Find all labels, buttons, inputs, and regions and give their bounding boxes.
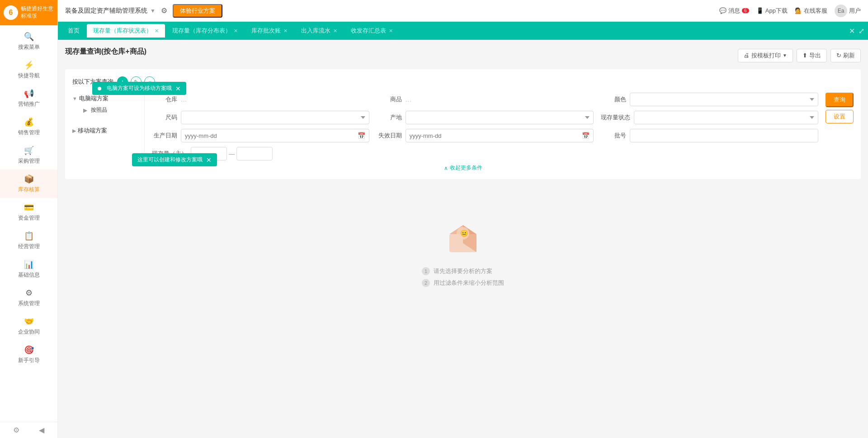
scheme-mobile[interactable]: ▶ 移动端方案 xyxy=(72,125,139,137)
empty-steps: 1 请先选择要分析的方案 2 用过滤条件来缩小分析范围 xyxy=(422,267,504,287)
tab-collect-summary[interactable]: 收发存汇总表 ✕ xyxy=(344,24,399,38)
message-icon: 💬 xyxy=(719,7,726,14)
tooltip-create-scheme: 这里可以创建和修改方案哦 ✕ xyxy=(132,153,217,166)
export-btn[interactable]: ⬆ 导出 xyxy=(797,49,827,62)
quick-icon: ⚡ xyxy=(24,60,34,70)
sidebar-item-system[interactable]: ⚙ 系统管理 xyxy=(0,283,57,312)
production-date-label: 生产日期 xyxy=(152,132,177,140)
tab-stock-status-close[interactable]: ✕ xyxy=(155,28,159,34)
size-select[interactable] xyxy=(181,111,369,124)
marketing-icon: 📢 xyxy=(24,89,34,99)
online-service-btn[interactable]: 💁 在线客服 xyxy=(795,7,827,15)
goods-label: 商品 xyxy=(377,95,402,104)
empty-step-1: 1 请先选择要分析的方案 xyxy=(422,267,504,275)
fullscreen-btn[interactable]: ⤢ xyxy=(859,27,864,35)
stock-status-field: 现存量状态 xyxy=(601,111,818,124)
sidebar-settings-btn[interactable]: ⚙ xyxy=(13,426,19,434)
qty-max-input[interactable] xyxy=(236,147,273,160)
refresh-btn[interactable]: ↻ 刷新 xyxy=(830,49,861,62)
reset-btn[interactable]: 设置 xyxy=(826,110,854,123)
sidebar-item-finance[interactable]: 💳 资金管理 xyxy=(0,198,57,226)
tab-stock-status[interactable]: 现存量（库存状况表） ✕ xyxy=(87,24,165,38)
topbar: 装备及固定资产辅助管理系统 ▼ ⚙ 体验行业方案 💬 消息 6 📱 App下载 … xyxy=(58,0,868,22)
scheme-tree: ▼ 电脑端方案 ▶ 按照品 ▶ 移动端方案 xyxy=(72,93,145,160)
close-all-tabs-btn[interactable]: ✕ xyxy=(849,27,855,35)
empty-step-2: 2 用过滤条件来缩小分析范围 xyxy=(422,279,504,287)
system-dropdown-arrow[interactable]: ▼ xyxy=(150,8,156,14)
warehouse-dots: ... xyxy=(181,95,187,104)
sidebar-menu: 🔍 搜索菜单 ⚡ 快捷导航 📢 营销推广 💰 销售管理 🛒 采购管理 📦 库存核… xyxy=(0,25,57,422)
guide-icon: 🎯 xyxy=(24,345,34,355)
tooltip1-close[interactable]: ✕ xyxy=(175,85,181,92)
stock-status-select[interactable] xyxy=(634,111,818,124)
color-field: 颜色 xyxy=(601,93,818,106)
topbar-settings-icon[interactable]: ⚙ xyxy=(161,6,167,15)
purchase-icon: 🛒 xyxy=(24,146,34,155)
tab-collect-summary-close[interactable]: ✕ xyxy=(389,28,393,34)
query-btn[interactable]: 查询 xyxy=(826,93,854,107)
sales-icon: 💰 xyxy=(24,117,34,127)
expiry-date-calendar-icon[interactable]: 📅 xyxy=(582,132,590,139)
cooperation-icon: 🤝 xyxy=(24,316,34,326)
origin-field: 产地 xyxy=(377,111,594,124)
trial-button[interactable]: 体验行业方案 xyxy=(173,4,222,18)
filter-row-3: 生产日期 📅 失效日期 📅 xyxy=(152,129,818,142)
collapse-btn[interactable]: ∧ 收起更多条件 xyxy=(444,164,482,172)
expiry-date-field: 失效日期 📅 xyxy=(377,129,594,142)
sidebar-logo: 6 畅捷通好生意 标准版 xyxy=(0,0,57,25)
tab-batch-ledger-close[interactable]: ✕ xyxy=(283,28,288,34)
empty-state: 😐 1 请先选择要分析的方案 2 用过滤条件来缩小分析范围 xyxy=(65,184,861,314)
query-reset-btns: 查询 设置 xyxy=(826,93,854,160)
sidebar-item-sales[interactable]: 💰 销售管理 xyxy=(0,113,57,141)
goods-dots: ... xyxy=(406,95,411,104)
topbar-left: 装备及固定资产辅助管理系统 ▼ ⚙ 体验行业方案 xyxy=(65,4,222,18)
expiry-date-input[interactable] xyxy=(410,132,580,139)
app-download-btn[interactable]: 📱 App下载 xyxy=(756,7,788,15)
tooltip2-close[interactable]: ✕ xyxy=(206,156,212,164)
user-area[interactable]: Ea 用户 xyxy=(835,5,861,17)
phone-icon: 📱 xyxy=(756,7,764,14)
tab-stock-dist-close[interactable]: ✕ xyxy=(234,28,238,34)
filter-header: 按以下方案查询 + ✎ « xyxy=(72,76,854,87)
stock-status-label: 现存量状态 xyxy=(601,113,630,122)
expiry-date-label: 失效日期 xyxy=(377,132,402,140)
sidebar-item-inventory[interactable]: 📦 库存核算 xyxy=(0,170,57,198)
sidebar-item-cooperation[interactable]: 🤝 企业协同 xyxy=(0,312,57,340)
sidebar-item-guide[interactable]: 🎯 新手引导 xyxy=(0,340,57,369)
scheme-desktop-child[interactable]: ▶ 按照品 xyxy=(72,104,139,116)
empty-illustration: 😐 xyxy=(436,212,490,257)
sidebar-item-marketing[interactable]: 📢 营销推广 xyxy=(0,84,57,113)
tooltip-dot-1 xyxy=(98,87,101,90)
tab-stock-dist[interactable]: 现存量（库存分布表） ✕ xyxy=(166,24,244,38)
user-avatar: Ea xyxy=(835,5,847,17)
step-2-num: 2 xyxy=(422,279,430,287)
print-template-btn[interactable]: 🖨 按模板打印 ▼ xyxy=(738,49,793,62)
sidebar-item-operations[interactable]: 📋 经营管理 xyxy=(0,226,57,255)
page-title: 现存量查询(按仓库+商品) xyxy=(65,47,146,57)
sidebar-item-search[interactable]: 🔍 搜索菜单 xyxy=(0,27,57,56)
topbar-right: 💬 消息 6 📱 App下载 💁 在线客服 Ea 用户 xyxy=(719,5,861,17)
sidebar-item-purchase[interactable]: 🛒 采购管理 xyxy=(0,141,57,170)
sidebar-collapse-btn[interactable]: ◀ xyxy=(39,426,44,434)
content-area: 现存量查询(按仓库+商品) 🖨 按模板打印 ▼ ⬆ 导出 ↻ 刷新 xyxy=(58,40,868,438)
batch-input[interactable] xyxy=(630,129,818,142)
sidebar-item-quick[interactable]: ⚡ 快捷导航 xyxy=(0,56,57,84)
origin-select[interactable] xyxy=(406,111,594,124)
production-date-input[interactable] xyxy=(185,132,356,139)
color-select[interactable] xyxy=(630,93,818,106)
step-1-num: 1 xyxy=(422,267,430,275)
logo-text: 畅捷通好生意 标准版 xyxy=(21,5,53,19)
tab-batch-ledger[interactable]: 库存批次账 ✕ xyxy=(245,24,294,38)
scheme-desktop-child-label: 按照品 xyxy=(91,106,107,114)
tab-in-out-flow[interactable]: 出入库流水 ✕ xyxy=(295,24,344,38)
production-date-calendar-icon[interactable]: 📅 xyxy=(358,132,365,139)
finance-icon: 💳 xyxy=(24,203,34,212)
scheme-arrow-mobile: ▶ xyxy=(72,128,76,134)
tab-home[interactable]: 首页 xyxy=(61,24,86,38)
messages-btn[interactable]: 💬 消息 6 xyxy=(719,7,749,15)
sub-arrow: ▶ xyxy=(83,107,87,113)
sidebar-bottom: ⚙ ◀ xyxy=(0,422,57,438)
sidebar-item-basic[interactable]: 📊 基础信息 xyxy=(0,255,57,283)
filter-panel: 电脑方案可设为移动方案哦 ✕ 这里可以创建和修改方案哦 ✕ 按以下方案查询 + … xyxy=(65,69,861,179)
tab-in-out-flow-close[interactable]: ✕ xyxy=(333,28,337,34)
